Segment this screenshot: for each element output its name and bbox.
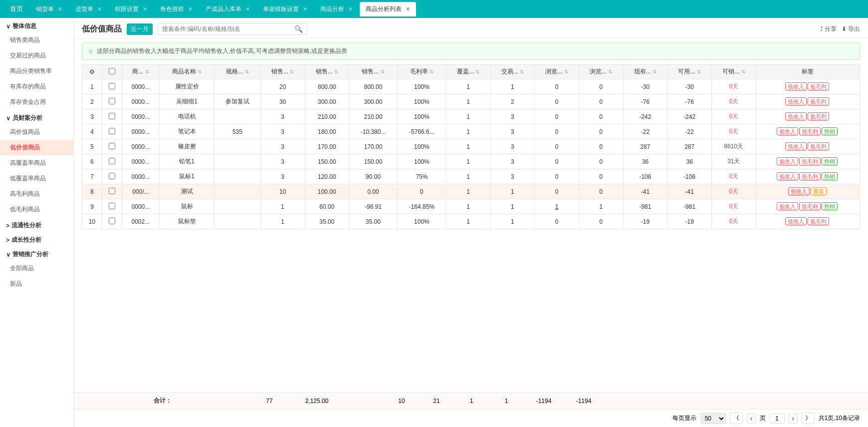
sidebar-item-sales-goods[interactable]: 销售类商品 xyxy=(0,32,73,48)
close-icon[interactable]: ✕ xyxy=(188,6,193,12)
nav-analysis-list[interactable]: 商品分析列表✕ xyxy=(360,2,416,16)
col-settings[interactable]: ⚙ xyxy=(82,64,102,79)
col-code[interactable]: 商... ⇅ xyxy=(122,64,160,79)
sidebar-group-circulation[interactable]: > 流通性分析 xyxy=(0,217,73,232)
cell-checkbox[interactable] xyxy=(102,94,122,109)
col-name[interactable]: 商品名称 ⇅ xyxy=(160,64,215,79)
row-checkbox[interactable] xyxy=(109,143,115,149)
cell-spec xyxy=(215,199,261,214)
nav-template[interactable]: 单据模板设置✕ xyxy=(257,2,313,16)
nav-home[interactable]: 首页 xyxy=(4,1,29,16)
col-margin[interactable]: 毛利率 ⇅ xyxy=(398,64,446,79)
col-tags[interactable]: 标签 xyxy=(756,64,860,79)
view1-value[interactable]: 1 xyxy=(555,203,559,210)
col-saleable[interactable]: 可销... ⇅ xyxy=(711,64,756,79)
sidebar-group-marketing[interactable]: ∨ 营销推广分析 xyxy=(0,246,73,261)
close-icon[interactable]: ✕ xyxy=(406,6,410,12)
col-view1[interactable]: 浏览... ⇅ xyxy=(535,64,579,79)
cell-view1[interactable]: 0 xyxy=(535,79,579,94)
cell-view1[interactable]: 0 xyxy=(535,214,579,229)
search-icon[interactable]: 🔍 xyxy=(294,25,303,33)
row-checkbox[interactable] xyxy=(109,203,115,209)
col-spec[interactable]: 规格... ⇅ xyxy=(215,64,261,79)
cell-view1[interactable]: 1 xyxy=(535,199,579,214)
sidebar-item-high-value[interactable]: 高价值商品 xyxy=(0,124,73,140)
cell-checkbox[interactable] xyxy=(102,199,122,214)
col-checkbox[interactable] xyxy=(102,64,122,79)
cell-view1[interactable]: 0 xyxy=(535,154,579,169)
row-checkbox[interactable] xyxy=(109,158,115,164)
select-all-checkbox[interactable] xyxy=(109,68,115,74)
col-current[interactable]: 现有... ⇅ xyxy=(623,64,667,79)
col-available[interactable]: 可用... ⇅ xyxy=(667,64,712,79)
cell-view1[interactable]: 0 xyxy=(535,109,579,124)
cell-checkbox[interactable] xyxy=(102,109,122,124)
cell-checkbox[interactable] xyxy=(102,154,122,169)
sidebar-item-high-margin[interactable]: 高毛利商品 xyxy=(0,186,73,202)
cell-view1[interactable]: 0 xyxy=(535,184,579,199)
sidebar-item-all-goods[interactable]: 全部商品 xyxy=(0,261,73,276)
cell-checkbox[interactable] xyxy=(102,184,122,199)
col-transaction[interactable]: 交易... ⇅ xyxy=(490,64,535,79)
close-icon[interactable]: ✕ xyxy=(303,6,307,12)
col-coverage[interactable]: 覆盖... ⇅ xyxy=(446,64,490,79)
sidebar-item-low-value[interactable]: 低价值商品 xyxy=(0,140,73,155)
sidebar-item-category-rate[interactable]: 商品分类销售率 xyxy=(0,63,73,79)
nav-purchase[interactable]: 进货单✕ xyxy=(69,2,108,16)
nav-stock-in[interactable]: 产成品入库单✕ xyxy=(200,2,256,16)
col-view2[interactable]: 浏览... ⇅ xyxy=(579,64,623,79)
time-filter-button[interactable]: 近一月 xyxy=(127,23,153,35)
sidebar-item-low-coverage[interactable]: 低覆盖率商品 xyxy=(0,171,73,186)
close-icon[interactable]: ✕ xyxy=(143,6,147,12)
export-button[interactable]: ⬇ 导出 xyxy=(842,25,860,33)
close-icon[interactable]: ✕ xyxy=(348,6,353,12)
row-checkbox[interactable] xyxy=(109,218,115,224)
close-icon[interactable]: ✕ xyxy=(97,6,102,12)
total-label: 合计： xyxy=(82,397,182,405)
col-s2[interactable]: 销售... ⇅ xyxy=(305,64,349,79)
cell-view1[interactable]: 0 xyxy=(535,124,579,139)
row-checkbox[interactable] xyxy=(109,188,115,194)
close-icon[interactable]: ✕ xyxy=(58,6,62,12)
page-number-input[interactable] xyxy=(770,414,785,424)
row-checkbox[interactable] xyxy=(109,83,115,89)
close-icon[interactable]: ✕ xyxy=(245,6,250,12)
sidebar-item-capital[interactable]: 库存资金占用 xyxy=(0,94,73,110)
sidebar-item-traded[interactable]: 交易过的商品 xyxy=(0,48,73,63)
last-page-button[interactable]: 》 xyxy=(802,413,815,424)
cell-view1[interactable]: 0 xyxy=(535,139,579,154)
col-s3[interactable]: 销售... ⇅ xyxy=(349,64,398,79)
cell-view1[interactable]: 0 xyxy=(535,94,579,109)
col-s1[interactable]: 销售... ⇅ xyxy=(260,64,305,79)
sidebar-item-new-goods[interactable]: 新品 xyxy=(0,276,73,292)
prev-page-button[interactable]: ‹ xyxy=(747,414,756,424)
next-page-button[interactable]: › xyxy=(789,414,798,424)
share-button[interactable]: ⤴ 分享 xyxy=(820,25,837,33)
cell-view2: 0 xyxy=(579,169,623,184)
sidebar-item-in-stock[interactable]: 有库存的商品 xyxy=(0,79,73,94)
row-checkbox[interactable] xyxy=(109,113,115,119)
search-input[interactable] xyxy=(162,25,294,32)
cell-checkbox[interactable] xyxy=(102,79,122,94)
cell-checkbox[interactable] xyxy=(102,214,122,229)
cell-view1[interactable]: 0 xyxy=(535,169,579,184)
sidebar-group-overall[interactable]: ∨ 整体信息 xyxy=(0,18,73,32)
row-checkbox[interactable] xyxy=(109,128,115,134)
first-page-button[interactable]: 《 xyxy=(730,413,743,424)
nav-sales[interactable]: 销货单✕ xyxy=(30,2,68,16)
cell-checkbox[interactable] xyxy=(102,169,122,184)
sidebar-item-low-margin[interactable]: 低毛利商品 xyxy=(0,202,73,217)
row-checkbox[interactable] xyxy=(109,98,115,104)
view1-value: 0 xyxy=(555,98,559,105)
sidebar-item-high-coverage[interactable]: 高覆盖率商品 xyxy=(0,155,73,171)
nav-roles[interactable]: 角色授权✕ xyxy=(154,2,199,16)
sidebar-group-finance[interactable]: ∨ 员财案分析 xyxy=(0,110,73,124)
sidebar-group-growth[interactable]: > 成长性分析 xyxy=(0,232,73,246)
cell-checkbox[interactable] xyxy=(102,124,122,139)
row-checkbox[interactable] xyxy=(109,173,115,179)
cell-checkbox[interactable] xyxy=(102,139,122,154)
per-page-select[interactable]: 50 20 100 xyxy=(700,413,726,424)
cell-days: 0天 xyxy=(711,169,756,184)
nav-permissions[interactable]: 权限设置✕ xyxy=(109,2,153,16)
nav-analysis[interactable]: 商品分析✕ xyxy=(314,2,359,16)
